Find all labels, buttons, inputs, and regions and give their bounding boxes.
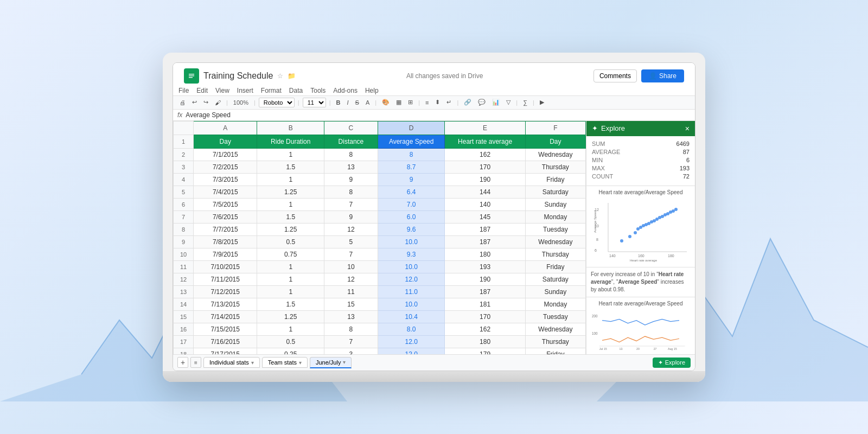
cell-ride-duration[interactable]: 1: [257, 148, 324, 161]
col-header-f[interactable]: F: [525, 121, 585, 135]
cell-heart-rate[interactable]: 193: [445, 260, 525, 273]
cell-date[interactable]: 7/17/2015: [194, 348, 257, 354]
cell-distance[interactable]: 9: [324, 173, 378, 186]
cell-heart-rate[interactable]: 179: [445, 348, 525, 354]
explore-close-button[interactable]: ×: [685, 124, 690, 133]
cell-distance[interactable]: 3: [324, 348, 378, 354]
cell-date[interactable]: 7/7/2015: [194, 223, 257, 235]
cell-heart-rate[interactable]: 180: [445, 248, 525, 260]
menu-file[interactable]: File: [178, 87, 189, 94]
cell-heart-rate[interactable]: 162: [445, 148, 525, 161]
cell-day-name[interactable]: Wednesday: [525, 323, 585, 335]
cell-heart-rate[interactable]: 190: [445, 273, 525, 285]
cell-day-name[interactable]: Monday: [525, 210, 585, 223]
cell-distance[interactable]: 11: [324, 285, 378, 298]
formula-value[interactable]: Average Speed: [186, 111, 231, 119]
cell-avg-speed[interactable]: 10.0: [378, 260, 445, 273]
chart-btn[interactable]: 📊: [490, 98, 502, 107]
cell-distance[interactable]: 12: [324, 273, 378, 285]
cell-distance[interactable]: 7: [324, 198, 378, 210]
cell-heart-rate[interactable]: 190: [445, 173, 525, 186]
cell-ride-duration[interactable]: 1.25: [257, 186, 324, 198]
comments-button[interactable]: Comments: [593, 69, 637, 82]
cell-date[interactable]: 7/12/2015: [194, 285, 257, 298]
cell-avg-speed[interactable]: 8: [378, 148, 445, 161]
menu-format[interactable]: Format: [261, 87, 282, 94]
cell-heart-rate[interactable]: 145: [445, 210, 525, 223]
cell-day-name[interactable]: Wednesday: [525, 148, 585, 161]
cell-day-name[interactable]: Sunday: [525, 198, 585, 210]
align-btn[interactable]: ≡: [423, 98, 431, 107]
cell-ride-duration[interactable]: 1: [257, 285, 324, 298]
share-button[interactable]: 👤 Share: [641, 69, 684, 82]
header-day[interactable]: Day: [194, 135, 257, 148]
cell-day-name[interactable]: Friday: [525, 348, 585, 354]
cell-distance[interactable]: 7: [324, 335, 378, 348]
cell-date[interactable]: 7/11/2015: [194, 273, 257, 285]
comment-btn[interactable]: 💬: [476, 98, 488, 107]
font-color-btn[interactable]: A: [363, 98, 372, 107]
cell-date[interactable]: 7/5/2015: [194, 198, 257, 210]
cell-day-name[interactable]: Friday: [525, 173, 585, 186]
cell-ride-duration[interactable]: 1.25: [257, 223, 324, 235]
cell-heart-rate[interactable]: 170: [445, 161, 525, 173]
cell-day-name[interactable]: Tuesday: [525, 310, 585, 323]
cell-ride-duration[interactable]: 1.5: [257, 161, 324, 173]
menu-edit[interactable]: Edit: [196, 87, 208, 94]
cell-distance[interactable]: 8: [324, 148, 378, 161]
cell-avg-speed[interactable]: 6.0: [378, 210, 445, 223]
cell-avg-speed[interactable]: 11.0: [378, 285, 445, 298]
cell-ride-duration[interactable]: 1.5: [257, 298, 324, 310]
cell-ride-duration[interactable]: 1: [257, 323, 324, 335]
cell-avg-speed[interactable]: 9.6: [378, 223, 445, 235]
cell-distance[interactable]: 8: [324, 323, 378, 335]
cell-date[interactable]: 7/9/2015: [194, 248, 257, 260]
add-sheet-button[interactable]: +: [177, 357, 188, 368]
redo-btn[interactable]: ↪: [201, 98, 210, 107]
cell-distance[interactable]: 13: [324, 310, 378, 323]
cell-date[interactable]: 7/15/2015: [194, 323, 257, 335]
menu-help[interactable]: Help: [365, 87, 379, 94]
cell-heart-rate[interactable]: 170: [445, 310, 525, 323]
cell-distance[interactable]: 8: [324, 186, 378, 198]
cell-day-name[interactable]: Friday: [525, 260, 585, 273]
cell-ride-duration[interactable]: 0.5: [257, 235, 324, 248]
cell-ride-duration[interactable]: 1: [257, 273, 324, 285]
valign-btn[interactable]: ⬍: [433, 98, 442, 107]
cell-date[interactable]: 7/6/2015: [194, 210, 257, 223]
cell-heart-rate[interactable]: 144: [445, 186, 525, 198]
tab-team-stats[interactable]: Team stats ▾: [262, 357, 308, 368]
cell-day-name[interactable]: Saturday: [525, 273, 585, 285]
strikethrough-btn[interactable]: S: [353, 98, 361, 107]
merge-btn[interactable]: ⊞: [406, 98, 415, 107]
fill-color-btn[interactable]: 🎨: [380, 98, 392, 107]
col-header-e[interactable]: E: [445, 121, 525, 135]
font-size-select[interactable]: 11: [303, 98, 326, 107]
cell-heart-rate[interactable]: 187: [445, 285, 525, 298]
cell-heart-rate[interactable]: 187: [445, 235, 525, 248]
cell-date[interactable]: 7/13/2015: [194, 298, 257, 310]
filter-btn[interactable]: ▽: [504, 98, 513, 107]
cell-avg-speed[interactable]: 10.0: [378, 298, 445, 310]
menu-data[interactable]: Data: [289, 87, 303, 94]
col-header-a[interactable]: A: [194, 121, 257, 135]
cell-avg-speed[interactable]: 8.0: [378, 323, 445, 335]
cell-avg-speed[interactable]: 9.3: [378, 248, 445, 260]
cell-ride-duration[interactable]: 1: [257, 260, 324, 273]
cell-date[interactable]: 7/1/2015: [194, 148, 257, 161]
sheet-menu-button[interactable]: ≡: [190, 357, 201, 368]
cell-date[interactable]: 7/14/2015: [194, 310, 257, 323]
col-header-b[interactable]: B: [257, 121, 324, 135]
cell-distance[interactable]: 9: [324, 210, 378, 223]
more-btn[interactable]: ▶: [538, 98, 546, 107]
cell-distance[interactable]: 7: [324, 248, 378, 260]
cell-ride-duration[interactable]: 1: [257, 198, 324, 210]
cell-ride-duration[interactable]: 1.5: [257, 210, 324, 223]
cell-day-name[interactable]: Saturday: [525, 186, 585, 198]
cell-distance[interactable]: 15: [324, 298, 378, 310]
header-day2[interactable]: Day: [525, 135, 585, 148]
borders-btn[interactable]: ▦: [394, 98, 404, 107]
link-btn[interactable]: 🔗: [462, 98, 474, 107]
cell-heart-rate[interactable]: 162: [445, 323, 525, 335]
cell-heart-rate[interactable]: 180: [445, 335, 525, 348]
